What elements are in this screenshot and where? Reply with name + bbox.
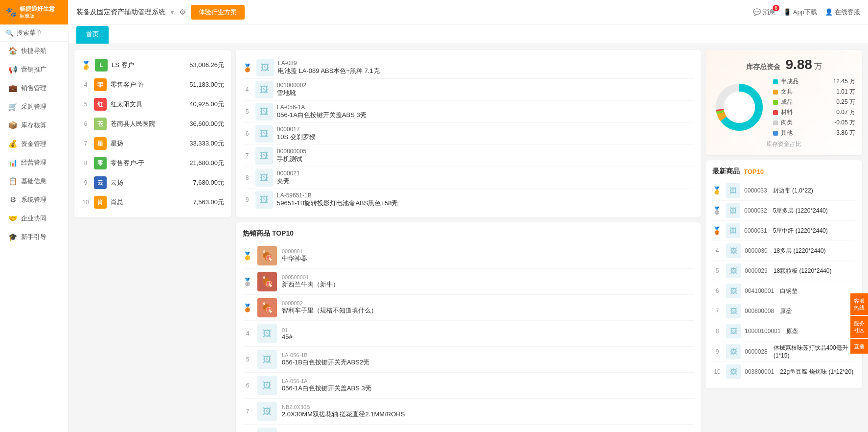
customer-rank-list: 🥇 L LS 客户 53,006.26元4 零 零售客户-许 51,183.00… [81, 57, 224, 211]
product-thumb: 🍖 [257, 272, 277, 291]
sidebar-nav-item-5[interactable]: 💰 资金管理 [0, 135, 68, 153]
community-button[interactable]: 服务社区 [850, 316, 868, 338]
sidebar-nav-item-2[interactable]: 💼 销售管理 [0, 79, 68, 97]
legend-label: 材料 [781, 108, 833, 117]
product-thumb: 🍖 [257, 246, 277, 265]
customer-avatar: 星 [94, 137, 107, 150]
customer-avatar: 肖 [94, 196, 107, 209]
tab-home[interactable]: 首页 [76, 26, 109, 44]
product-thumb: 🖼 [255, 81, 273, 98]
customer-service-button[interactable]: 客服热线 [850, 293, 868, 315]
new-product-item: 7 🖼 000800008 原垄 [712, 301, 855, 321]
new-product-thumb: 🖼 [726, 304, 741, 318]
new-product-thumb: 🖼 [726, 284, 741, 298]
sidebar-nav-item-10[interactable]: 🎓 新手引导 [0, 228, 68, 246]
new-product-thumb: 🖼 [726, 183, 740, 198]
page-tabs: 首页 [69, 24, 868, 44]
gear-icon[interactable]: ⚙ [179, 7, 186, 17]
rank-item: 6 苍 苍南县人民医院 36,600.00元 [81, 116, 224, 132]
sidebar-nav-item-0[interactable]: 🏠 快捷导航 [0, 42, 68, 60]
product-thumb: 🖼 [255, 147, 273, 165]
customer-amount: 21,680.00元 [189, 159, 224, 168]
hot-products-header: 热销商品 TOP10 [243, 229, 694, 238]
customer-name: 星扬 [111, 139, 185, 148]
customer-name: LS 客户 [112, 61, 185, 70]
product-rank: 7 [243, 152, 251, 159]
dropdown-icon[interactable]: ▾ [170, 7, 174, 17]
new-product-name: 封边带 (1.0*22) [773, 187, 813, 195]
customer-avatar: 零 [94, 157, 107, 169]
online-service-button[interactable]: 👤 在线客服 [825, 8, 860, 17]
product-thumb: 🖼 [257, 428, 277, 432]
product-name: 新西兰牛肉（新牛） [282, 280, 339, 289]
new-product-code: 0000032 [744, 207, 767, 214]
legend-value: 1.01 万 [836, 88, 855, 96]
experience-button[interactable]: 体验行业方案 [191, 5, 245, 20]
rank-item: 5 红 红太阳文具 40,925.00元 [81, 96, 224, 113]
new-product-item: 6 🖼 004100001 白钢垫 [712, 281, 855, 301]
live-button[interactable]: 直播 [850, 339, 868, 354]
nav-label-9: 企业协同 [21, 214, 46, 223]
legend-item: 文具 1.01 万 [773, 88, 855, 96]
new-product-item: 5 🖼 0000029 18颗粒板 (1220*2440) [712, 261, 855, 281]
product-name: 中华神器 [282, 254, 307, 263]
inventory-unit: 万 [814, 62, 822, 71]
legend-dot [773, 100, 778, 105]
nav-label-2: 销售管理 [21, 84, 46, 93]
right-product-item: 8 🖼 0000021 夹壳 [243, 167, 694, 189]
hot-product-item: 🥈 🍖 000500001 新西兰牛肉（新牛） [243, 269, 694, 295]
sidebar-nav-item-9[interactable]: 🤝 企业协同 [0, 209, 68, 228]
right-products-card: 🥉 🖼 LA-089 电池盖 LA-089 ABS本色+黑种 7.1克 4 🖼 … [236, 50, 701, 217]
sidebar-nav-item-8[interactable]: ⚙ 系统管理 [0, 191, 68, 209]
nav-label-5: 资金管理 [21, 140, 46, 148]
product-rank: 8 [243, 174, 251, 181]
hot-product-item: 4 🖼 01 45# [243, 321, 694, 347]
customer-name: 云扬 [111, 178, 189, 187]
rank-item: 10 肖 肖总 7,563.00元 [81, 194, 224, 211]
product-code: 0000001 [282, 248, 307, 254]
legend-dot [773, 90, 778, 95]
search-menu-button[interactable]: 🔍 搜索菜单 [0, 24, 68, 42]
legend-label: 半成品 [781, 77, 830, 86]
nav-label-8: 系统管理 [21, 195, 46, 204]
legend-item: 半成品 12.45 万 [773, 77, 855, 86]
notifications-button[interactable]: 💬 消息 6 [753, 8, 776, 17]
customer-amount: 33,333.00元 [189, 139, 224, 148]
support-sidebar: 客服热线 服务社区 直播 [850, 293, 868, 354]
medal-icon: 🥇 [243, 251, 252, 261]
legend-label: 其他 [781, 129, 831, 137]
sidebar-nav-item-1[interactable]: 📢 营销推广 [0, 60, 68, 79]
medal-icon: 🥈 [243, 277, 252, 287]
new-product-item: 4 🖼 0000030 18多层 (1220*2440) [712, 241, 855, 261]
sidebar-nav-item-4[interactable]: 📦 库存核算 [0, 116, 68, 135]
nav-icon-1: 📢 [8, 65, 17, 74]
rank-item: 🥇 L LS 客户 53,006.26元 [81, 57, 224, 73]
right-products-list: 🥉 🖼 LA-089 电池盖 LA-089 ABS本色+黑种 7.1克 4 🖼 … [243, 57, 694, 211]
medal-icon: 🥉 [243, 63, 252, 72]
mid-panel: 🥉 🖼 LA-089 电池盖 LA-089 ABS本色+黑种 7.1克 4 🖼 … [236, 50, 701, 432]
nav-label-6: 经营管理 [21, 158, 46, 167]
new-products-header: 最新商品 TOP10 [712, 167, 855, 176]
medal-icon: 🥈 [712, 206, 722, 215]
product-rank: 5 [243, 108, 251, 115]
sidebar-nav-item-3[interactable]: 🛒 采购管理 [0, 97, 68, 116]
new-product-thumb: 🖼 [726, 203, 740, 218]
sidebar-logo: 🐾 畅捷通好生意 标准版 [0, 0, 68, 24]
new-product-name: 白钢垫 [780, 287, 798, 295]
hot-product-item: 6 🖼 LA-056-1A 056-1A白色按键开关盖ABS 3壳 [243, 373, 694, 399]
app-download-button[interactable]: 📱 App下载 [783, 8, 817, 17]
customer-avatar: L [95, 59, 108, 72]
message-icon: 💬 [753, 8, 761, 16]
nav-icon-8: ⚙ [8, 195, 17, 204]
hot-product-item: 🥉 🍖 0000002 智利车子里（规格不知道填什么） [243, 295, 694, 321]
phone-icon: 📱 [783, 8, 791, 16]
right-product-item: 9 🖼 LA-59651-1B 59651-1B旋转投影灯电池盒ABS黑色+58… [243, 189, 694, 211]
sidebar-nav-item-7[interactable]: 📋 基础信息 [0, 172, 68, 191]
customer-name: 肖总 [111, 198, 189, 207]
product-code: 0000002 [282, 300, 377, 306]
product-code: LA-056-1A [282, 378, 371, 384]
legend-item: 成品 0.25 万 [773, 98, 855, 106]
sidebar-nav-item-6[interactable]: 📊 经营管理 [0, 153, 68, 172]
product-code: 001000002 [277, 82, 306, 89]
rank-number: 10 [81, 199, 90, 206]
